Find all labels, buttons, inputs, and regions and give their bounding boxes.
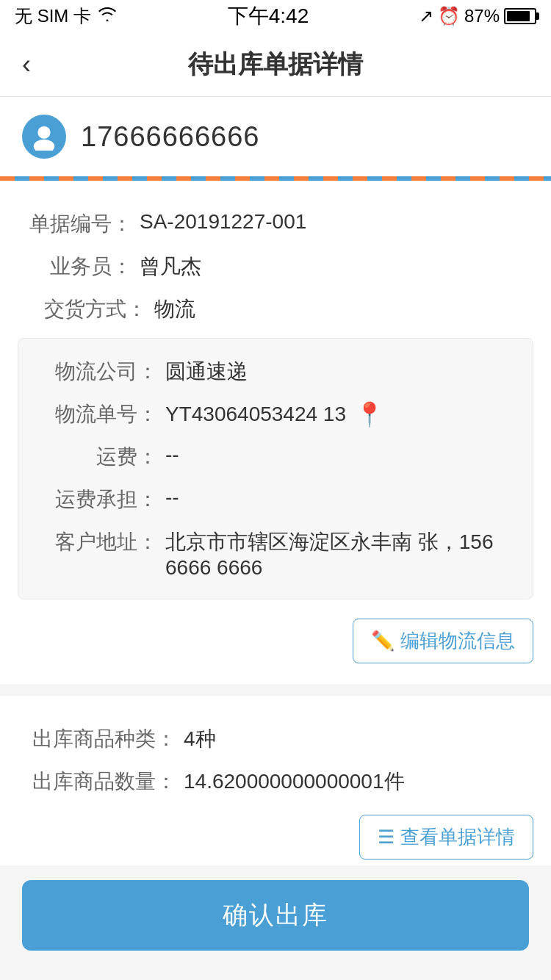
edit-icon: ✏️ [371,630,395,652]
freight-label: 运费： [40,443,158,471]
customer-address-row: 客户地址： 北京市市辖区海淀区永丰南 张，156 6666 6666 [18,521,533,587]
confirm-outbound-button[interactable]: 确认出库 [22,880,529,951]
goods-quantity-value: 14.620000000000001件 [184,768,405,796]
goods-quantity-label: 出库商品数量： [29,768,176,796]
carrier-label: 无 SIM 卡 [15,4,91,28]
logistics-company-value: 圆通速递 [165,358,511,386]
tracking-number-label: 物流单号： [40,400,158,428]
back-button[interactable]: ‹ [22,49,31,80]
view-details-btn-container: ☰ 查看单据详情 [0,803,551,865]
svg-point-0 [37,126,50,139]
freight-bearer-label: 运费承担： [40,486,158,514]
order-number-value: SA-20191227-001 [140,210,522,234]
edit-logistics-button[interactable]: ✏️ 编辑物流信息 [353,619,533,663]
freight-value: -- [165,443,511,466]
freight-bearer-row: 运费承担： -- [18,478,533,521]
delivery-method-row: 交货方式： 物流 [0,288,551,331]
status-bar: 无 SIM 卡 下午4:42 ↗ ⏰ 87% [0,0,551,32]
delivery-method-value: 物流 [154,295,522,323]
tracking-location-icon[interactable]: 📍 [355,400,384,428]
goods-types-row: 出库商品种类： 4种 [0,718,551,760]
freight-bearer-value: -- [165,486,511,509]
logistics-company-row: 物流公司： 圆通速递 [18,350,533,393]
customer-phone: 17666666666 [81,121,259,153]
logistics-card: 物流公司： 圆通速递 物流单号： YT43064053424 13 📍 运费： … [18,338,533,599]
battery-icon [504,8,536,24]
battery-percent: 87% [464,6,500,26]
tracking-number-row: 物流单号： YT43064053424 13 📍 [18,393,533,436]
alarm-icon: ⏰ [438,6,460,26]
list-icon: ☰ [378,826,395,849]
order-info-section: 单据编号： SA-20191227-001 业务员： 曾凡杰 交货方式： 物流 … [0,181,551,684]
sales-person-label: 业务员： [29,253,132,281]
status-bar-time: 下午4:42 [228,2,309,30]
page-title: 待出库单据详情 [188,48,363,82]
sales-person-row: 业务员： 曾凡杰 [0,245,551,288]
delivery-method-label: 交货方式： [29,295,147,323]
goods-types-label: 出库商品种类： [29,725,176,753]
svg-point-1 [34,140,55,151]
location-status-icon: ↗ [419,6,433,26]
view-details-button[interactable]: ☰ 查看单据详情 [359,815,533,860]
nav-bar: ‹ 待出库单据详情 [0,32,551,97]
bottom-bar: 确认出库 [0,865,551,980]
order-number-row: 单据编号： SA-20191227-001 [0,203,551,245]
edit-logistics-btn-container: ✏️ 编辑物流信息 [0,607,551,669]
tracking-number-value: YT43064053424 13 📍 [165,400,511,428]
goods-section: 出库商品种类： 4种 出库商品数量： 14.620000000000001件 ☰… [0,696,551,880]
status-bar-left: 无 SIM 卡 [15,4,118,28]
customer-address-label: 客户地址： [40,528,158,556]
status-bar-right: ↗ ⏰ 87% [419,6,536,26]
sales-person-value: 曾凡杰 [140,253,522,281]
goods-types-value: 4种 [184,725,216,753]
user-icon [30,123,58,151]
order-number-label: 单据编号： [29,210,132,238]
freight-row: 运费： -- [18,436,533,478]
avatar [22,115,66,159]
logistics-company-label: 物流公司： [40,358,158,386]
customer-address-value: 北京市市辖区海淀区永丰南 张，156 6666 6666 [165,528,511,580]
customer-header: 17666666666 [0,97,551,176]
wifi-icon [97,6,118,26]
goods-quantity-row: 出库商品数量： 14.620000000000001件 [0,760,551,803]
